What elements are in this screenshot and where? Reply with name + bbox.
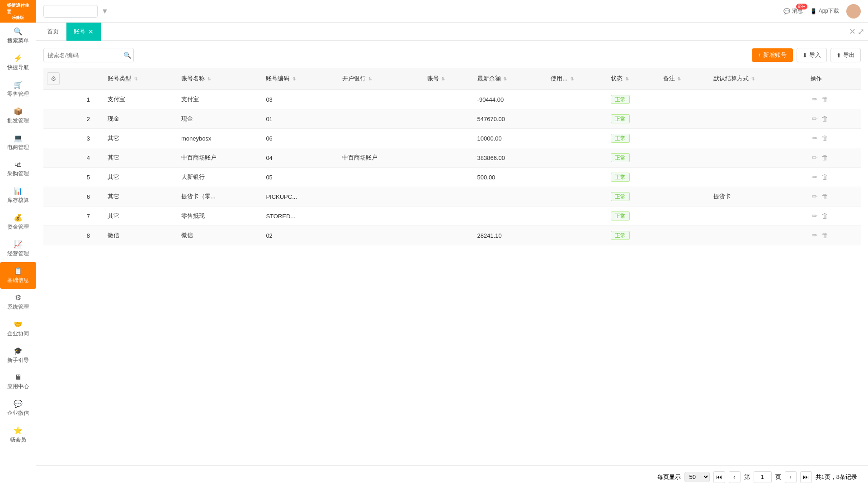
- sidebar-item-label: 电商管理: [7, 144, 29, 151]
- edit-button[interactable]: ✏: [810, 230, 820, 240]
- user-avatar[interactable]: [846, 4, 861, 19]
- cell-name: 现金: [178, 109, 262, 129]
- col-header-action: 操作: [807, 68, 861, 90]
- delete-button[interactable]: 🗑: [820, 114, 830, 123]
- sort-icon-name: ⇅: [208, 76, 211, 81]
- col-header-type[interactable]: 账号类型 ⇅: [104, 68, 178, 90]
- cell-status: 正常: [607, 129, 660, 148]
- delete-button[interactable]: 🗑: [820, 230, 830, 240]
- tab-account[interactable]: 账号✕: [66, 23, 101, 41]
- col-header-balance[interactable]: 最新余额 ⇅: [474, 68, 547, 90]
- sidebar-item-inventory[interactable]: 📊库存核算: [0, 182, 36, 209]
- sidebar-item-label: 应用中心: [7, 383, 29, 390]
- status-badge: 正常: [611, 211, 630, 221]
- search-icon[interactable]: 🔍: [123, 52, 131, 59]
- search-menu-icon: 🔍: [14, 27, 23, 36]
- prev-page-button[interactable]: ‹: [729, 471, 741, 483]
- cell-use: [547, 129, 607, 148]
- message-button[interactable]: 💬 消息 99+: [783, 7, 803, 15]
- cell-type: 其它: [104, 187, 178, 206]
- cell-action: ✏🗑: [807, 187, 861, 206]
- col-header-status[interactable]: 状态 ⇅: [607, 68, 660, 90]
- delete-button[interactable]: 🗑: [820, 211, 830, 221]
- cell-use: [547, 168, 607, 187]
- content-toolbar: 🔍 + 新增账号 ⬇ 导入 ⬆ 导出: [43, 48, 861, 62]
- edit-button[interactable]: ✏: [810, 133, 820, 143]
- sidebar-item-guide[interactable]: 🎓新手引导: [0, 342, 36, 369]
- export-button[interactable]: ⬆ 导出: [830, 48, 861, 62]
- delete-button[interactable]: 🗑: [820, 133, 830, 143]
- first-page-button[interactable]: ⏮: [713, 471, 725, 483]
- tab-home[interactable]: 首页: [40, 23, 66, 41]
- col-header-name[interactable]: 账号名称 ⇅: [178, 68, 262, 90]
- col-header-bank[interactable]: 开户银行 ⇅: [339, 68, 423, 90]
- sidebar-item-label: 搜索菜单: [7, 37, 29, 45]
- topbar-search-input[interactable]: [43, 5, 98, 18]
- sidebar-item-capital-manage[interactable]: 💰资金管理: [0, 209, 36, 235]
- cell-name: 中百商场账户: [178, 148, 262, 168]
- cell-num: 4: [83, 148, 104, 168]
- table-row: 8微信微信0228241.10正常✏🗑: [43, 226, 861, 245]
- status-badge: 正常: [611, 173, 630, 182]
- edit-button[interactable]: ✏: [810, 114, 820, 124]
- delete-button[interactable]: 🗑: [820, 94, 830, 104]
- sidebar-item-basic-info[interactable]: 📋基础信息: [0, 262, 36, 289]
- next-page-button[interactable]: ›: [785, 471, 797, 483]
- col-header-default_payment[interactable]: 默认结算方式 ⇅: [710, 68, 807, 90]
- cell-default_payment: [710, 148, 807, 168]
- sidebar-item-retail-manage[interactable]: 🛒零售管理: [0, 76, 36, 103]
- edit-button[interactable]: ✏: [810, 94, 820, 104]
- edit-button[interactable]: ✏: [810, 192, 820, 202]
- edit-button[interactable]: ✏: [810, 172, 820, 182]
- cell-name: 微信: [178, 226, 262, 245]
- delete-button[interactable]: 🗑: [820, 192, 830, 201]
- tab-close-account[interactable]: ✕: [88, 28, 94, 35]
- app-download-button[interactable]: 📱 App下载: [810, 7, 839, 15]
- sidebar-item-batch-manage[interactable]: 📦批发管理: [0, 103, 36, 129]
- table-row: 1支付宝支付宝03-90444.00正常✏🗑: [43, 90, 861, 109]
- cell-action: ✏🗑: [807, 148, 861, 168]
- sidebar-item-corp-wechat[interactable]: 💬企业微信: [0, 395, 36, 422]
- sidebar-item-purchase-manage[interactable]: 🛍采购管理: [0, 156, 36, 182]
- close-tab-icon[interactable]: ✕: [849, 27, 856, 37]
- edit-button[interactable]: ✏: [810, 211, 820, 221]
- expand-icon[interactable]: ⤢: [858, 27, 864, 37]
- sidebar-item-label: 资金管理: [7, 223, 29, 231]
- edit-button[interactable]: ✏: [810, 153, 820, 163]
- col-header-use[interactable]: 使用... ⇅: [547, 68, 607, 90]
- topbar-dropdown-icon[interactable]: ▼: [101, 7, 108, 15]
- sidebar-item-ecom-manage[interactable]: 💻电商管理: [0, 129, 36, 156]
- app-center-icon: 🖥: [14, 373, 22, 381]
- col-header-code[interactable]: 账号编码 ⇅: [262, 68, 339, 90]
- delete-button[interactable]: 🗑: [820, 172, 830, 182]
- cell-default_payment: [710, 90, 807, 109]
- sidebar-item-vip[interactable]: ⭐畅会员: [0, 422, 36, 448]
- search-input[interactable]: [47, 52, 123, 59]
- per-page-select[interactable]: 50 100: [684, 472, 710, 482]
- status-badge: 正常: [611, 134, 630, 143]
- sidebar-item-label: 快捷导航: [7, 64, 29, 71]
- cell-settings: [43, 129, 83, 148]
- sidebar-item-search-menu[interactable]: 🔍搜索菜单: [0, 23, 36, 49]
- page-number-input[interactable]: [754, 471, 772, 483]
- page-suffix: 页: [775, 473, 781, 481]
- import-button[interactable]: ⬇ 导入: [797, 48, 827, 62]
- per-page-label: 每页显示: [657, 473, 681, 481]
- sidebar-item-label: 企业微信: [7, 409, 29, 417]
- cell-action: ✏🗑: [807, 109, 861, 129]
- export-icon: ⬆: [836, 52, 841, 59]
- sidebar-item-label: 畅会员: [10, 436, 26, 444]
- col-header-account[interactable]: 账号 ⇅: [424, 68, 474, 90]
- sidebar-item-ops-manage[interactable]: 📈经营管理: [0, 235, 36, 262]
- last-page-button[interactable]: ⏭: [800, 471, 812, 483]
- table-settings-icon[interactable]: ⚙: [47, 72, 60, 85]
- add-account-button[interactable]: + 新增账号: [752, 48, 793, 62]
- sidebar-item-quick-nav[interactable]: ⚡快捷导航: [0, 49, 36, 76]
- sidebar-item-corp-agree[interactable]: 🤝企业协同: [0, 315, 36, 342]
- col-header-remark[interactable]: 备注 ⇅: [660, 68, 710, 90]
- delete-button[interactable]: 🗑: [820, 153, 830, 162]
- sidebar-item-sys-manage[interactable]: ⚙系统管理: [0, 289, 36, 315]
- sidebar-item-app-center[interactable]: 🖥应用中心: [0, 369, 36, 395]
- cell-balance: 10000.00: [474, 129, 547, 148]
- sidebar-item-label: 企业协同: [7, 330, 29, 338]
